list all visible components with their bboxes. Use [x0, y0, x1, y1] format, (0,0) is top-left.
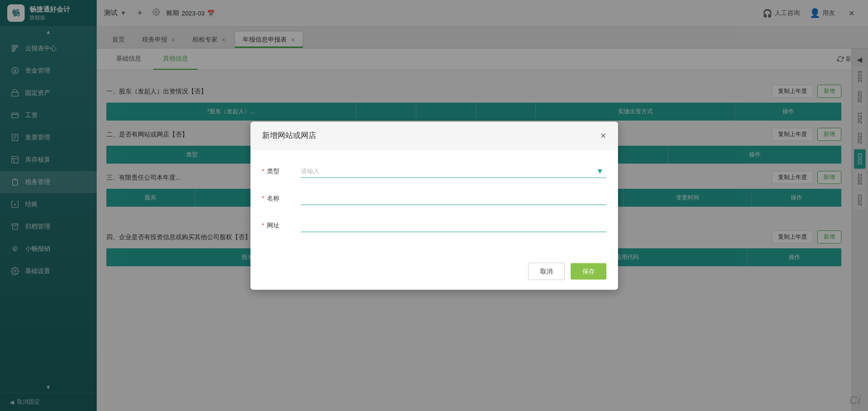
name-required-mark: *: [262, 194, 265, 201]
url-label: * 网址: [262, 221, 301, 229]
type-label-text: 类型: [267, 167, 280, 174]
dialog-close-btn[interactable]: ×: [601, 131, 606, 140]
dialog-body: * 类型 ▼ * 名称 * 网址: [250, 150, 618, 255]
add-website-dialog: 新增网站或网店 × * 类型 ▼ * 名称: [250, 122, 618, 289]
form-row-name: * 名称: [262, 191, 606, 205]
dialog-title: 新增网站或网店: [262, 130, 316, 140]
name-field: [301, 191, 606, 205]
url-input[interactable]: [301, 218, 606, 232]
type-field: ▼: [301, 164, 606, 178]
type-input[interactable]: [301, 164, 606, 178]
type-label: * 类型: [262, 167, 301, 175]
name-label-text: 名称: [267, 194, 280, 201]
save-button[interactable]: 保存: [571, 263, 606, 279]
type-required-mark: *: [262, 167, 265, 174]
name-label: * 名称: [262, 194, 301, 202]
dialog-header: 新增网站或网店 ×: [250, 122, 618, 150]
url-field: [301, 218, 606, 232]
cancel-button[interactable]: 取消: [528, 262, 565, 280]
name-input[interactable]: [301, 191, 606, 205]
form-row-type: * 类型 ▼: [262, 164, 606, 178]
url-required-mark: *: [262, 221, 265, 228]
url-label-text: 网址: [267, 221, 280, 228]
form-row-url: * 网址: [262, 218, 606, 232]
dialog-footer: 取消 保存: [250, 255, 618, 289]
